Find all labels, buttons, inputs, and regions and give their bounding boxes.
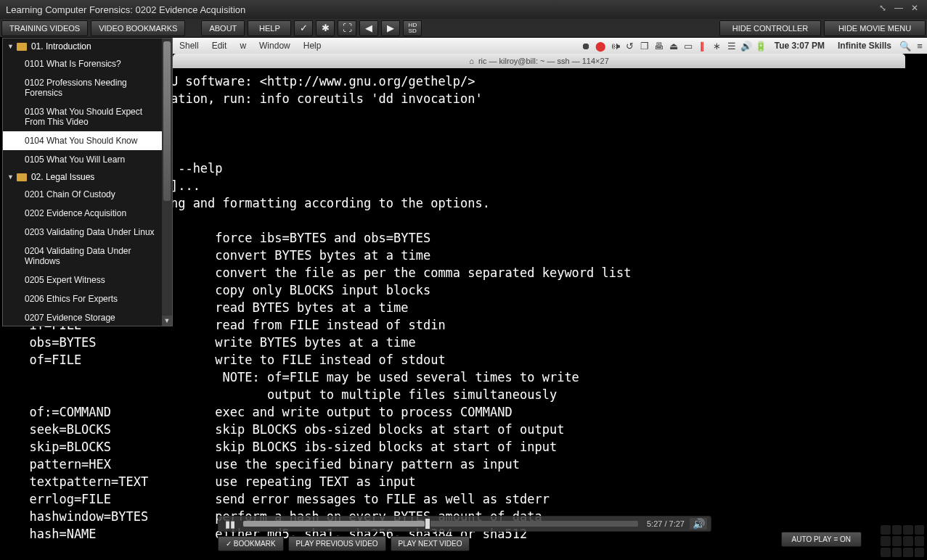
notifications-icon[interactable]: ≡ <box>912 41 927 52</box>
mac-menu-window[interactable]: Window <box>253 41 297 51</box>
sidebar-item[interactable]: 0101 What Is Forensics? <box>3 54 172 73</box>
hide-movie-menu-button[interactable]: HIDE MOVIE MENU <box>824 20 926 36</box>
keyboard-overlay-icon[interactable] <box>881 525 924 557</box>
clock-text[interactable]: Tue 3:07 PM <box>768 41 831 51</box>
play-previous-button[interactable]: PLAY PREVIOUS VIDEO <box>288 536 386 551</box>
folder-icon <box>17 43 27 51</box>
section-title: 01. Introduction <box>31 41 91 52</box>
mac-menu-view[interactable]: w <box>233 41 253 51</box>
hd-sd-icon[interactable]: HDSD <box>403 20 422 36</box>
sidebar-section-header[interactable]: ▼01. Introduction <box>3 38 172 54</box>
printer-icon[interactable]: 🖶 <box>652 41 666 52</box>
window-titlebar: Learning Computer Forensics: 0202 Eviden… <box>0 0 927 19</box>
close-button[interactable]: ✕ <box>908 3 921 16</box>
pause-icon[interactable]: ∥ <box>695 41 710 52</box>
bluetooth-icon[interactable]: ∗ <box>710 41 724 52</box>
sidebar-item[interactable]: 0104 What You Should Know <box>3 131 172 150</box>
volume-icon[interactable]: 🔊 <box>739 41 754 52</box>
sidebar-item[interactable]: 0203 Validating Data Under Linux <box>3 223 172 242</box>
sidebar-section-header[interactable]: ▼02. Legal Issues <box>3 169 172 185</box>
sync-icon[interactable]: ↺ <box>623 41 637 52</box>
mac-menu-help[interactable]: Help <box>297 41 328 51</box>
sidebar-item[interactable]: 0205 Expert Witness <box>3 271 172 289</box>
display-icon[interactable]: ▭ <box>681 41 695 52</box>
chapter-sidebar: ▼01. Introduction0101 What Is Forensics?… <box>2 38 173 326</box>
play-pause-button[interactable]: ▮▮ <box>221 519 239 530</box>
app-menubar: TRAINING VIDEOS VIDEO BOOKMARKS ABOUT HE… <box>0 19 927 38</box>
sound-pref-icon[interactable]: 🕪 <box>608 41 623 52</box>
triangle-down-icon: ▼ <box>7 173 14 181</box>
expand-arrows-icon[interactable]: ⤡ <box>876 3 889 16</box>
triangle-down-icon: ▼ <box>7 43 14 50</box>
spotlight-icon[interactable]: 🔍 <box>898 41 912 52</box>
fullscreen-icon[interactable]: ⛶ <box>338 20 356 36</box>
scrollbar-thumb[interactable] <box>163 41 171 201</box>
eject-icon[interactable]: ⏏ <box>666 41 681 52</box>
video-controller: ▮▮ 5:27 / 7:27 🔊 ✓ BOOKMARK PLAY PREVIOU… <box>218 516 711 551</box>
minimize-button[interactable]: — <box>892 3 905 16</box>
section-title: 02. Legal Issues <box>31 172 94 182</box>
brand-text[interactable]: Infinite Skills <box>831 41 898 51</box>
seek-knob[interactable] <box>425 518 430 530</box>
sidebar-item[interactable]: 0105 What You Will Learn <box>3 150 172 169</box>
play-next-button[interactable]: PLAY NEXT VIDEO <box>391 536 470 551</box>
sidebar-item[interactable]: 0202 Evidence Acquisition <box>3 204 172 223</box>
sidebar-item[interactable]: 0201 Chain Of Custody <box>3 185 172 204</box>
prev-icon[interactable]: ◀ <box>359 20 378 36</box>
seek-track[interactable] <box>243 521 638 527</box>
help-menu[interactable]: HELP <box>248 20 291 36</box>
sidebar-item[interactable]: 0204 Validating Data Under Windows <box>3 242 172 271</box>
hide-controller-button[interactable]: HIDE CONTROLLER <box>719 20 821 36</box>
sidebar-item[interactable]: 0103 What You Should Expect From This Vi… <box>3 102 172 131</box>
mac-menubar: Shell Edit w Window Help ⏺ ⬤ 🕪 ↺ ❐ 🖶 ⏏ ▭… <box>173 38 927 54</box>
about-menu[interactable]: ABOUT <box>201 20 245 36</box>
seek-fill <box>243 521 425 527</box>
volume-button[interactable]: 🔊 <box>689 517 708 530</box>
time-display: 5:27 / 7:27 <box>647 519 685 528</box>
progress-bar: ▮▮ 5:27 / 7:27 🔊 <box>218 516 711 532</box>
terminal-titlebar: ⌂ ric — kilroy@bill: ~ — ssh — 114×27 <box>173 54 905 68</box>
scrollbar-down-icon[interactable]: ▼ <box>162 316 172 326</box>
folder-icon <box>17 173 27 181</box>
autoplay-toggle[interactable]: AUTO PLAY = ON <box>781 532 862 547</box>
check-icon[interactable]: ✓ <box>294 20 313 36</box>
record-icon[interactable]: ⏺ <box>579 41 594 52</box>
battery-icon[interactable]: 🔋 <box>754 41 768 52</box>
gear-icon[interactable]: ✱ <box>316 20 335 36</box>
mac-menu-shell[interactable]: Shell <box>173 41 205 51</box>
training-videos-menu[interactable]: TRAINING VIDEOS <box>1 20 88 36</box>
sidebar-item[interactable]: 0206 Ethics For Experts <box>3 289 172 308</box>
home-icon: ⌂ <box>469 57 474 65</box>
next-icon[interactable]: ▶ <box>381 20 400 36</box>
bookmark-button[interactable]: ✓ BOOKMARK <box>218 536 284 551</box>
video-bookmarks-menu[interactable]: VIDEO BOOKMARKS <box>91 20 185 36</box>
box-icon[interactable]: ❐ <box>637 41 652 52</box>
mac-menu-edit[interactable]: Edit <box>205 41 234 51</box>
sidebar-scrollbar[interactable]: ▼ <box>162 38 172 326</box>
sidebar-item[interactable]: 0207 Evidence Storage <box>3 308 172 326</box>
sidebar-item[interactable]: 0102 Professions Needing Forensics <box>3 73 172 102</box>
stop-record-icon[interactable]: ⬤ <box>594 41 608 52</box>
terminal-title: ric — kilroy@bill: ~ — ssh — 114×27 <box>478 57 609 65</box>
window-title: Learning Computer Forensics: 0202 Eviden… <box>6 4 245 15</box>
wifi-icon[interactable]: ☰ <box>724 41 739 52</box>
